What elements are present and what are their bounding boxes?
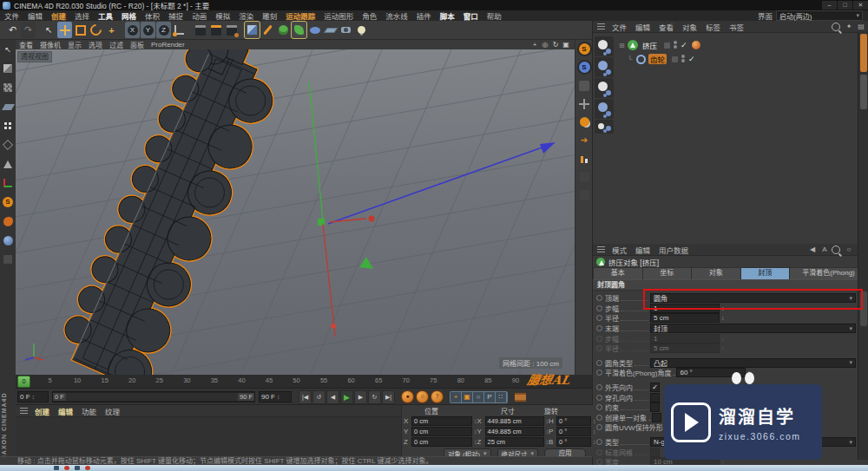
convert-editable-button[interactable]: ↖: [0, 40, 16, 59]
snap-enable-button[interactable]: S: [575, 40, 593, 58]
deformer-button[interactable]: [292, 22, 306, 38]
attribute-menu-item-3[interactable]: 用户数据: [654, 245, 693, 255]
lock-z-axis-button[interactable]: Z: [156, 22, 171, 38]
edges-mode-button[interactable]: [0, 135, 16, 154]
main-menu-item-16[interactable]: 流水线: [381, 10, 412, 21]
taskbar-app-icon[interactable]: [85, 466, 90, 470]
viewport[interactable]: 查看摄像机显示选项过滤面板ProRender + ◎ ↻ ▣ 透视视图 网格间距…: [16, 40, 575, 375]
tree-twig-icon[interactable]: ⊞: [619, 42, 628, 49]
main-menu-item-2[interactable]: 编辑: [23, 10, 47, 21]
顶端-dropdown[interactable]: 圆角▾: [650, 293, 856, 303]
material-menu-item-3[interactable]: 功能: [77, 406, 101, 416]
film-icon[interactable]: [515, 393, 526, 402]
tab-坐标[interactable]: 坐标: [643, 268, 692, 279]
redo-button[interactable]: ↷: [21, 22, 36, 38]
tree-twig-icon[interactable]: └: [628, 56, 636, 63]
material-list[interactable]: [16, 417, 401, 458]
maximize-button[interactable]: □: [838, 1, 852, 10]
maximize-view-icon[interactable]: ▣: [561, 40, 571, 49]
spinner-arrows-icon[interactable]: ↕: [721, 315, 725, 321]
main-menu-item-13[interactable]: 运动跟踪: [281, 10, 319, 21]
rotate-tool-button[interactable]: [89, 22, 103, 38]
main-menu-item-14[interactable]: 运动图形: [319, 10, 358, 21]
main-menu-item-9[interactable]: 动画: [187, 10, 211, 21]
key-scale-button[interactable]: ▣: [462, 392, 472, 402]
end-frame-field[interactable]: 90 F↕: [259, 391, 292, 402]
spinner-arrows-icon[interactable]: ↕: [593, 428, 596, 435]
attribute-menu-item-1[interactable]: 模式: [608, 245, 631, 255]
polygons-mode-button[interactable]: [0, 154, 16, 173]
axis-ball-button[interactable]: [575, 113, 593, 131]
spinner-arrows-icon[interactable]: ↕: [721, 305, 725, 311]
dock-tab-active[interactable]: [860, 34, 867, 72]
search-icon[interactable]: [832, 23, 840, 31]
约束-checkbox[interactable]: [650, 402, 660, 412]
timeline-ruler[interactable]: 0 51015202530354045505560657075808590: [16, 375, 592, 389]
playhead[interactable]: 0: [17, 376, 30, 388]
pan-icon[interactable]: +: [529, 40, 540, 49]
add-primitive-button[interactable]: [245, 22, 260, 38]
位置-Z-field[interactable]: 0 cm: [411, 437, 472, 447]
main-menu-item-1[interactable]: 文件: [0, 10, 23, 21]
material-menu-item-2[interactable]: 编辑: [54, 406, 77, 416]
末端-dropdown[interactable]: 封顶▾: [650, 324, 856, 333]
key-rotation-button[interactable]: ○: [473, 392, 483, 402]
object-name[interactable]: 齿轮: [648, 54, 667, 64]
visibility-dots-icon[interactable]: [681, 55, 685, 63]
paint-tool-button[interactable]: [0, 212, 16, 231]
visibility-dots-icon[interactable]: [674, 41, 677, 49]
anim-dot-icon[interactable]: [596, 395, 602, 401]
spinner-arrows-icon[interactable]: ↕: [593, 439, 596, 445]
tab-对象[interactable]: 对象: [692, 268, 740, 279]
anim-dot-icon[interactable]: [596, 439, 602, 445]
viewport-menu-item-2[interactable]: 摄像机: [36, 40, 64, 49]
尺寸-Y-field[interactable]: 449.885 cm: [485, 427, 544, 436]
位置-X-field[interactable]: 0 cm: [411, 416, 472, 426]
main-menu-item-4[interactable]: 选择: [70, 10, 94, 21]
viewport-menu-item-1[interactable]: 查看: [16, 40, 36, 49]
subdivision-surface-button[interactable]: [276, 22, 291, 38]
object-manager-menu-item-5[interactable]: 标签: [701, 22, 725, 32]
taskbar-app-icon[interactable]: [75, 466, 80, 470]
layout-grid-icon[interactable]: ▤: [856, 23, 866, 31]
anim-dot-icon[interactable]: [596, 305, 602, 311]
scale-tool-button[interactable]: [73, 22, 88, 38]
anim-dot-icon[interactable]: [596, 295, 602, 301]
render-view-button[interactable]: [193, 22, 207, 38]
object-manager-menu-item-1[interactable]: 文件: [608, 22, 631, 32]
panel-menu-icon[interactable]: [20, 408, 28, 414]
lock-x-axis-button[interactable]: X: [125, 22, 140, 38]
半径-field[interactable]: 5 cm: [650, 343, 720, 353]
undo-button[interactable]: ↶: [5, 22, 20, 38]
圆角类型-dropdown[interactable]: 凸起▾: [650, 358, 856, 368]
main-menu-item-19[interactable]: 窗口: [459, 10, 483, 21]
main-menu-item-10[interactable]: 模拟: [211, 10, 234, 21]
key-parameter-button[interactable]: P: [484, 392, 495, 402]
dock-tab[interactable]: [860, 291, 867, 326]
object-manager-menu-item-3[interactable]: 查看: [654, 22, 678, 32]
main-menu-item-20[interactable]: 帮助: [483, 10, 506, 21]
range-end-handle[interactable]: 90 F: [238, 393, 254, 401]
attribute-menu-item-2[interactable]: 编辑: [631, 245, 654, 255]
previous-frame-button[interactable]: ◀: [326, 390, 339, 404]
viewport-menu-item-7[interactable]: ProRender: [148, 41, 188, 49]
tab-封顶[interactable]: 封顶: [741, 268, 790, 279]
next-frame-button[interactable]: ▶: [354, 390, 367, 404]
object-manager-menu-item-6[interactable]: 书签: [725, 22, 748, 32]
go-to-end-button[interactable]: ▶|: [382, 390, 395, 404]
layer-icon[interactable]: [672, 56, 678, 62]
text-size-icon[interactable]: A: [819, 245, 830, 254]
loop-mode-button[interactable]: ↺: [312, 390, 326, 404]
frame-range-slider[interactable]: 0 F 90 F: [52, 391, 255, 402]
tab-平滑着色(Phong)[interactable]: 平滑着色(Phong): [790, 268, 867, 279]
main-menu-item-8[interactable]: 捕捉: [164, 10, 187, 21]
viewport-solo-extra-icon[interactable]: [595, 120, 614, 134]
search-icon[interactable]: [832, 245, 840, 254]
viewport-menu-item-3[interactable]: 显示: [64, 40, 85, 49]
viewport-solo-single-icon[interactable]: [595, 57, 614, 77]
spinner-arrows-icon[interactable]: ↕: [593, 418, 596, 424]
key-position-button[interactable]: +: [450, 392, 461, 402]
render-settings-button[interactable]: [208, 22, 223, 38]
coordinate-system-button[interactable]: [172, 22, 187, 38]
snap-toggle-button[interactable]: S: [0, 193, 16, 212]
